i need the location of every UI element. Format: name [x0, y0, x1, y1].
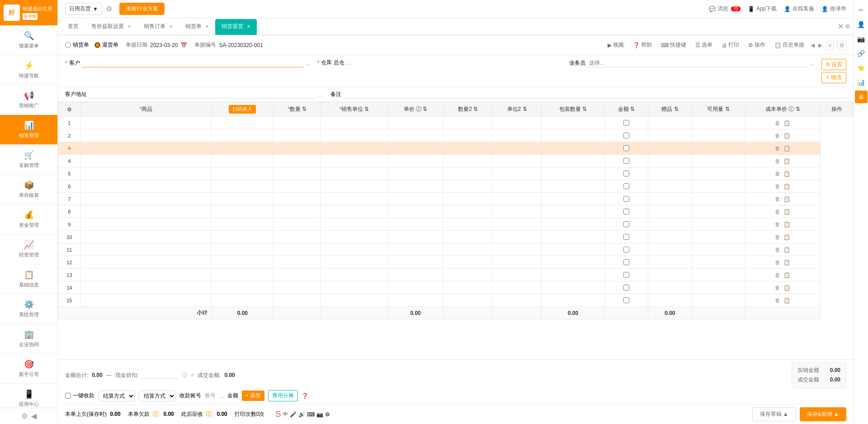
qty-cell-7[interactable]: [212, 193, 274, 205]
qty-cell-11[interactable]: [212, 243, 274, 256]
gift-checkbox-5[interactable]: [623, 171, 629, 176]
unit-cell-11[interactable]: [274, 243, 321, 256]
goods-cell-7[interactable]: [80, 193, 212, 205]
sidebar-item-marketing[interactable]: 📢 营销推广: [0, 85, 57, 115]
pack-qty-cell-2[interactable]: [492, 129, 541, 142]
add-payment-btn[interactable]: + 添加: [242, 391, 264, 401]
copy-row-btn-4[interactable]: 📋: [783, 158, 790, 164]
save-draft-btn[interactable]: 保存草稿 ▲: [752, 407, 796, 421]
price-cell-12[interactable]: [321, 256, 388, 269]
goods-cell-1[interactable]: [80, 117, 212, 129]
available-cell-4[interactable]: [648, 155, 692, 167]
pack-qty-cell-14[interactable]: [492, 281, 541, 294]
unit-cell-10[interactable]: [274, 231, 321, 243]
help-btn[interactable]: ❓ 帮助: [630, 40, 655, 50]
scan-btn[interactable]: 扫码录入: [229, 105, 256, 114]
goods-cell-13[interactable]: [80, 269, 212, 281]
list-view-btn[interactable]: ≡: [826, 41, 834, 50]
unit-cell-8[interactable]: [274, 205, 321, 218]
delete-row-btn-13[interactable]: 🗑: [775, 272, 780, 278]
available-cell-10[interactable]: [648, 231, 692, 243]
amount-cell-2[interactable]: [542, 129, 604, 142]
gift-checkbox-4[interactable]: [623, 158, 629, 164]
cost-cell-3[interactable]: [692, 142, 745, 155]
grid-view-btn[interactable]: ⊞: [837, 41, 846, 50]
goods-cell-8[interactable]: [80, 205, 212, 218]
unit2-cell-13[interactable]: [443, 269, 492, 281]
delete-row-btn-9[interactable]: 🗑: [775, 221, 780, 228]
tab-sale-order[interactable]: 销售订单 ✕: [137, 19, 179, 35]
right-sidebar-item2[interactable]: 👤: [855, 18, 868, 31]
cost-cell-5[interactable]: [692, 167, 745, 180]
keyboard-icon[interactable]: ⌨: [307, 411, 315, 418]
unit2-cell-14[interactable]: [443, 281, 492, 294]
pack-qty-cell-12[interactable]: [492, 256, 541, 269]
qty2-cell-13[interactable]: [387, 269, 443, 281]
pack-qty-cell-10[interactable]: [492, 231, 541, 243]
message-btn[interactable]: 💬 消息 70: [709, 5, 741, 13]
price-cell-10[interactable]: [321, 231, 388, 243]
qty2-cell-4[interactable]: [387, 155, 443, 167]
delete-row-btn-6[interactable]: 🗑: [775, 183, 780, 190]
goods-input-3[interactable]: [84, 145, 209, 152]
unit-cell-15[interactable]: [274, 294, 321, 307]
close-sale-order[interactable]: ✕: [169, 24, 173, 29]
qty2-cell-12[interactable]: [387, 256, 443, 269]
address-input[interactable]: [89, 90, 317, 99]
copy-row-btn-5[interactable]: 📋: [783, 171, 790, 177]
copy-row-btn-7[interactable]: 📋: [783, 196, 790, 202]
select-btn[interactable]: ☰ 选单: [693, 40, 715, 50]
amount-cell-7[interactable]: [542, 193, 604, 205]
goods-cell-3[interactable]: [80, 142, 212, 155]
sidebar-item-enterprise[interactable]: 🏢 企业协同: [0, 324, 57, 354]
price-cell-4[interactable]: [321, 155, 388, 167]
cost-cell-4[interactable]: [692, 155, 745, 167]
delete-row-btn-14[interactable]: 🗑: [775, 285, 780, 291]
gift-checkbox-11[interactable]: [623, 247, 629, 252]
qty-cell-8[interactable]: [212, 205, 274, 218]
price-cell-14[interactable]: [321, 281, 388, 294]
copy-row-btn-11[interactable]: 📋: [783, 247, 790, 253]
one-click-checkbox[interactable]: 一键收款: [65, 392, 94, 400]
copy-row-btn-2[interactable]: 📋: [783, 133, 790, 139]
unit-cell-3[interactable]: [274, 142, 321, 155]
right-sidebar-item4[interactable]: 🔗: [855, 47, 868, 60]
operate-btn[interactable]: ⚙ 操作: [745, 40, 768, 50]
close-sale-return[interactable]: ✕: [247, 24, 250, 29]
goods-cell-6[interactable]: [80, 180, 212, 193]
unit-cell-13[interactable]: [274, 269, 321, 281]
sidebar-item-finance[interactable]: 💰 资金管理: [0, 205, 57, 234]
unit-cell-2[interactable]: [274, 129, 321, 142]
settlement-select[interactable]: 结算方式: [98, 391, 135, 401]
customer-dots-btn[interactable]: ...: [306, 60, 310, 67]
qty2-cell-14[interactable]: [387, 281, 443, 294]
right-sidebar-item6[interactable]: 📊: [855, 76, 868, 89]
radio-return[interactable]: 退货单: [94, 41, 118, 49]
copy-row-btn-9[interactable]: 📋: [783, 221, 790, 228]
unit2-cell-15[interactable]: [443, 294, 492, 307]
settings-icon[interactable]: ⚙: [325, 411, 330, 418]
amount-cell-3[interactable]: [542, 142, 604, 155]
gift-checkbox-3[interactable]: [623, 145, 629, 151]
copy-row-btn-3[interactable]: 📋: [783, 145, 790, 152]
goods-cell-11[interactable]: [80, 243, 212, 256]
available-cell-9[interactable]: [648, 218, 692, 231]
gift-checkbox-2[interactable]: [623, 133, 629, 138]
pack-qty-cell-13[interactable]: [492, 269, 541, 281]
user-info[interactable]: 👤 徐泽华: [821, 5, 846, 13]
qty-cell-3[interactable]: [212, 142, 274, 155]
sidebar-item-purchase[interactable]: 🛒 采购管理: [0, 145, 57, 175]
unit2-cell-2[interactable]: [443, 129, 492, 142]
cost-cell-8[interactable]: [692, 205, 745, 218]
cost-cell-10[interactable]: [692, 231, 745, 243]
unit2-cell-7[interactable]: [443, 193, 492, 205]
cost-cell-11[interactable]: [692, 243, 745, 256]
price-cell-9[interactable]: [321, 218, 388, 231]
qty-cell-12[interactable]: [212, 256, 274, 269]
copy-row-btn-12[interactable]: 📋: [783, 259, 790, 266]
qty-cell-1[interactable]: [212, 117, 274, 129]
pack-qty-cell-7[interactable]: [492, 193, 541, 205]
price-cell-13[interactable]: [321, 269, 388, 281]
address-dots-btn[interactable]: ...: [319, 91, 323, 98]
copy-row-btn-1[interactable]: 📋: [783, 120, 790, 126]
